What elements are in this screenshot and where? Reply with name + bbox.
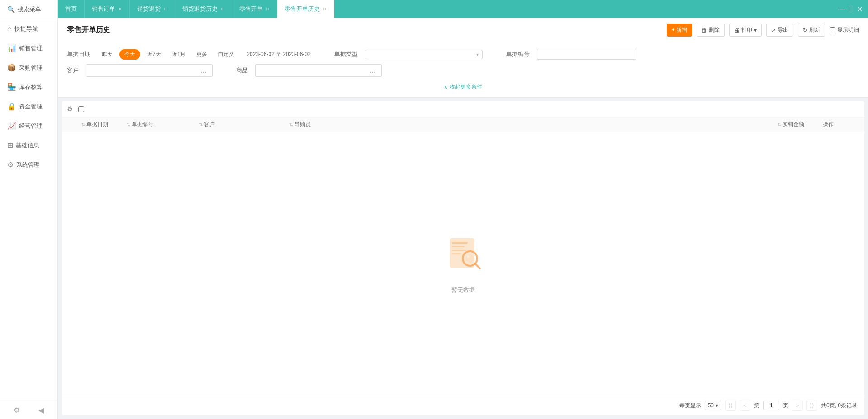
table-settings-icon[interactable]: ⚙ — [67, 105, 73, 113]
number-filter-input[interactable] — [537, 49, 636, 60]
type-filter-select[interactable]: ▾ — [365, 50, 483, 59]
per-page-select[interactable]: 50 ▾ — [705, 401, 721, 410]
sidebar-item-purchase[interactable]: 📦 采购管理 — [0, 58, 57, 77]
sidebar-search[interactable]: 🔍 搜索采单 — [0, 0, 57, 19]
window-minimize-btn[interactable]: — — [838, 5, 845, 13]
sort-icon: ⇅ — [289, 122, 293, 127]
sidebar-item-label: 快捷导航 — [14, 25, 38, 33]
print-icon: 🖨 — [734, 27, 740, 33]
add-button[interactable]: + 新增 — [667, 24, 692, 37]
page-label-suffix: 页 — [783, 402, 788, 410]
page-number-input[interactable] — [763, 401, 779, 410]
collapse-filters-btn[interactable]: ∧ 收起更多条件 — [67, 81, 859, 93]
sort-icon: ⇅ — [127, 122, 130, 127]
svg-point-8 — [467, 255, 470, 258]
collapse-up-icon: ∧ — [444, 84, 448, 90]
window-maximize-btn[interactable]: □ — [849, 5, 853, 13]
delete-button[interactable]: 🗑 删除 — [697, 24, 725, 37]
tab-retail-history[interactable]: 零售开单历史 ✕ — [277, 0, 334, 18]
home-icon: ⌂ — [7, 25, 12, 33]
customer-filter-ellipsis-btn[interactable]: ... — [199, 66, 208, 75]
date-yesterday-btn[interactable]: 昨天 — [98, 49, 117, 60]
bar-chart-icon: 📈 — [7, 122, 16, 130]
date-7days-btn[interactable]: 近7天 — [143, 49, 165, 60]
th-amount[interactable]: ⇅ 实销金额 — [778, 121, 823, 128]
tab-home[interactable]: 首页 — [58, 0, 85, 18]
sidebar-settings-btn[interactable]: ⚙ — [14, 406, 20, 414]
tab-sales-return-close[interactable]: ✕ — [163, 6, 167, 12]
sidebar-item-label: 资金管理 — [19, 103, 43, 111]
chart-icon: 📊 — [7, 44, 16, 52]
sidebar-item-quick-nav[interactable]: ⌂ 快捷导航 — [0, 19, 57, 38]
prev-page-btn[interactable]: ＜ — [740, 400, 750, 411]
goods-filter-input[interactable] — [259, 67, 368, 74]
refresh-button[interactable]: ↻ 刷新 — [798, 24, 825, 37]
svg-line-6 — [475, 264, 480, 268]
tab-sales-return[interactable]: 销货退货 ✕ — [130, 0, 175, 18]
empty-text: 暂无数据 — [451, 286, 475, 294]
tab-sales-order[interactable]: 销售订单 ✕ — [85, 0, 130, 18]
refresh-icon: ↻ — [803, 27, 807, 33]
svg-rect-4 — [452, 253, 461, 254]
settings-icon: ⚙ — [7, 160, 14, 169]
sidebar-item-inventory[interactable]: 🏪 库存核算 — [0, 77, 57, 97]
sort-icon: ⇅ — [199, 122, 203, 127]
tab-sales-return-history-label: 销货退货历史 — [182, 5, 218, 13]
show-detail-toggle[interactable]: 显示明细 — [830, 26, 859, 34]
tab-retail-open-close[interactable]: ✕ — [266, 6, 270, 12]
sidebar-item-system[interactable]: ⚙ 系统管理 — [0, 155, 57, 174]
filter-area: 单据日期 昨天 今天 近7天 近1月 更多 自定义 2023-06-02 至 2… — [58, 42, 868, 98]
th-date[interactable]: ⇅ 单据日期 — [81, 121, 127, 128]
th-customer[interactable]: ⇅ 客户 — [199, 121, 289, 128]
empty-illustration — [441, 234, 486, 279]
date-1month-btn[interactable]: 近1月 — [168, 49, 190, 60]
tab-retail-history-close[interactable]: ✕ — [323, 6, 327, 12]
th-number[interactable]: ⇅ 单据编号 — [127, 121, 199, 128]
sidebar-item-label: 基础信息 — [16, 141, 39, 150]
tab-home-label: 首页 — [65, 5, 77, 13]
sort-icon: ⇅ — [81, 122, 85, 127]
total-info: 共0页, 0条记录 — [821, 402, 857, 410]
last-page-btn[interactable]: ⟩⟩ — [806, 400, 817, 411]
sidebar-item-sales[interactable]: 📊 销售管理 — [0, 38, 57, 58]
search-icon: 🔍 — [7, 6, 15, 13]
filter-row-2: 客户 ... 商品 ... — [67, 64, 859, 77]
sidebar-bottom: ⚙ ◀ — [0, 401, 57, 419]
tab-sales-return-history-close[interactable]: ✕ — [220, 6, 224, 12]
export-icon: ↗ — [771, 27, 776, 33]
sidebar-item-operations[interactable]: 📈 经营管理 — [0, 116, 57, 136]
tabbar: 首页 销售订单 ✕ 销货退货 ✕ 销货退货历史 ✕ 零售开单 ✕ 零售开单历史 … — [58, 0, 868, 18]
next-page-btn[interactable]: ＞ — [792, 400, 803, 411]
pagination: 每页显示 50 ▾ ⟨⟨ ＜ 第 页 ＞ ⟩⟩ 共0页, 0条记录 — [62, 395, 864, 415]
sidebar-item-finance[interactable]: 🔒 资金管理 — [0, 97, 57, 116]
delete-icon: 🗑 — [702, 27, 707, 33]
sidebar-item-label: 库存核算 — [19, 83, 43, 91]
tab-sales-order-close[interactable]: ✕ — [118, 6, 122, 12]
goods-filter-ellipsis-btn[interactable]: ... — [368, 66, 377, 75]
goods-filter-label: 商品 — [236, 66, 248, 75]
customer-filter-input[interactable] — [90, 67, 199, 74]
date-more-btn[interactable]: 更多 — [192, 49, 211, 60]
th-salesperson[interactable]: ⇅ 导购员 — [289, 121, 353, 128]
table-select-all-checkbox[interactable] — [78, 106, 84, 112]
sidebar-collapse-btn[interactable]: ◀ — [38, 406, 44, 414]
export-button[interactable]: ↗ 导出 — [766, 24, 793, 37]
content-area: 零售开单历史 + 新增 🗑 删除 🖨 打印 ▾ ↗ 导出 ↻ — [58, 18, 868, 419]
sidebar-item-basic[interactable]: ⊞ 基础信息 — [0, 136, 57, 155]
date-custom-btn[interactable]: 自定义 — [214, 49, 238, 60]
sidebar: 🔍 搜索采单 ⌂ 快捷导航 📊 销售管理 📦 采购管理 🏪 库存核算 🔒 资金管… — [0, 0, 58, 419]
page-title: 零售开单历史 — [67, 25, 110, 35]
date-today-btn[interactable]: 今天 — [119, 49, 140, 60]
tab-sales-return-history[interactable]: 销货退货历史 ✕ — [175, 0, 232, 18]
sidebar-item-label: 系统管理 — [16, 161, 40, 169]
sidebar-search-label: 搜索采单 — [18, 5, 41, 14]
first-page-btn[interactable]: ⟨⟨ — [725, 400, 736, 411]
svg-rect-1 — [452, 242, 468, 244]
show-detail-checkbox[interactable] — [830, 27, 835, 33]
tab-retail-open[interactable]: 零售开单 ✕ — [232, 0, 277, 18]
window-close-btn[interactable]: ✕ — [857, 5, 863, 14]
table-toolbar: ⚙ — [62, 101, 864, 117]
svg-rect-2 — [452, 246, 465, 247]
warehouse-icon: 🏪 — [7, 83, 16, 91]
print-button[interactable]: 🖨 打印 ▾ — [729, 24, 762, 37]
